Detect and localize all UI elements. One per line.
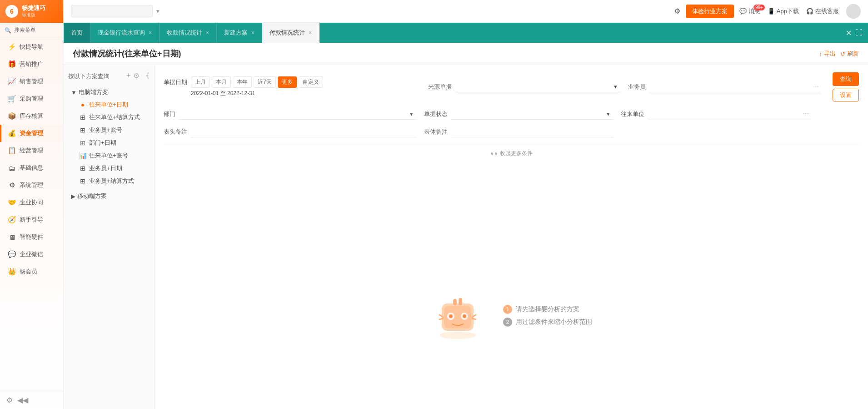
table-body-note-input[interactable] [451, 126, 614, 137]
chevron-down-icon: ▼ [71, 89, 77, 96]
sidebar-item-basic[interactable]: 🗂 基础信息 [0, 159, 63, 177]
collapse-sidebar-btn[interactable]: ◀◀ [17, 396, 28, 404]
tabbar-spacer [319, 23, 840, 43]
app-logo-text: 畅捷通巧 标准版 [22, 5, 45, 18]
staff-label: 业务员 [628, 83, 646, 91]
tab-payment-stat-close[interactable]: × [309, 30, 312, 36]
tab-payment-stat[interactable]: 付款情况统计 × [262, 23, 319, 43]
sidebar-item-wechat[interactable]: 💬 企业微信 [0, 246, 63, 263]
sidebar-item-guide[interactable]: 🧭 新手引导 [0, 211, 63, 228]
tab-bank-close[interactable]: × [149, 30, 152, 36]
online-service-btn[interactable]: 🎧 在线客服 [806, 7, 839, 15]
collapse-filters-btn[interactable]: ∧∧ 收起更多条件 [484, 147, 538, 160]
user-avatar[interactable] [846, 4, 861, 19]
table-body-note-label: 表体备注 [424, 128, 448, 136]
date-btn-this-month[interactable]: 本月 [212, 76, 231, 88]
app-download-btn[interactable]: 📱 App下载 [768, 7, 799, 15]
sidebar-item-fund[interactable]: 💰 资金管理 [0, 125, 63, 142]
table-header-note-input[interactable] [191, 126, 417, 137]
page-actions: ↑ 导出 ↺ 刷新 [819, 50, 859, 58]
tabbar-controls: ✕ ⛶ [840, 23, 868, 43]
svg-point-1 [439, 332, 476, 339]
source-select[interactable]: ▾ [455, 81, 621, 92]
sidebar-item-marketing[interactable]: 🎁 营销推广 [0, 56, 63, 73]
collab-icon: 🤝 [8, 198, 16, 207]
sidebar-item-fund-label: 资金管理 [20, 129, 43, 137]
scheme-item-staff-date[interactable]: ⊞ 业务员+日期 [75, 162, 150, 175]
address-bar[interactable] [71, 5, 153, 17]
fund-icon: 💰 [8, 129, 16, 137]
date-quick-btns: 上月 本月 本年 近7天 更多 自定义 [191, 76, 323, 88]
maximize-btn[interactable]: ⛶ [855, 29, 863, 37]
svg-point-7 [463, 314, 466, 318]
source-label: 来源单据 [428, 83, 452, 91]
sidebar-item-inventory[interactable]: 📦 库存核算 [0, 107, 63, 125]
refresh-btn[interactable]: ↺ 刷新 [840, 50, 859, 58]
tab-receipts-close[interactable]: × [206, 30, 209, 36]
date-btn-last-month[interactable]: 上月 [191, 76, 210, 88]
scheme-item-unit-account[interactable]: 📊 往来单位+账号 [75, 149, 150, 162]
scheme-item-unit-settle[interactable]: ⊞ 往来单位+结算方式 [75, 111, 150, 124]
settings-btn[interactable]: 设置 [833, 89, 859, 101]
sidebar-item-purchase[interactable]: 🛒 采购管理 [0, 90, 63, 107]
sidebar-item-sales[interactable]: 📈 销售管理 [0, 73, 63, 90]
empty-illustration [430, 290, 485, 346]
sidebar-item-membership[interactable]: 👑 畅会员 [0, 263, 63, 280]
notifications-btn[interactable]: 💬 消息 99+ [739, 7, 760, 15]
tab-home[interactable]: 首页 [64, 23, 90, 43]
sidebar-item-collab[interactable]: 🤝 企业协同 [0, 194, 63, 211]
scheme-item-label-staff-date: 业务员+日期 [89, 164, 122, 172]
purchase-icon: 🛒 [8, 95, 16, 103]
sidebar-item-system[interactable]: ⚙ 系统管理 [0, 177, 63, 194]
scheme-item-staff-settle[interactable]: ⊞ 业务员+结算方式 [75, 175, 150, 187]
tab-new-plan-close[interactable]: × [251, 30, 254, 36]
scheme-group-mobile-title[interactable]: ▶ 移动端方案 [68, 190, 150, 202]
scheme-item-dept-date[interactable]: ⊞ 部门+日期 [75, 136, 150, 149]
date-field-label: 单据日期 [164, 78, 187, 86]
sidebar-nav: ⚡ 快捷导航 🎁 营销推广 📈 销售管理 🛒 采购管理 📦 库存核算 💰 资金管… [0, 38, 63, 391]
page-title: 付款情况统计(往来单位+日期) [73, 48, 181, 59]
app-edition: 标准版 [22, 12, 45, 18]
dept-label: 部门 [164, 110, 175, 118]
hint-num-1: 1 [503, 305, 512, 314]
svg-rect-9 [459, 298, 462, 305]
scheme-item-staff-account[interactable]: ⊞ 业务员+账号 [75, 124, 150, 136]
tab-receipts[interactable]: 收款情况统计 × [160, 23, 217, 43]
empty-content: 1 请先选择要分析的方案 2 用过滤条件来缩小分析范围 [430, 290, 592, 346]
close-all-tabs-btn[interactable]: ✕ [846, 29, 852, 37]
trial-industry-btn[interactable]: 体验行业方案 [686, 5, 734, 18]
scheme-settings-btn[interactable]: ⚙ [133, 71, 140, 81]
scheme-item-unit-date[interactable]: ● 往来单位+日期 [75, 98, 150, 111]
scheme-add-btn[interactable]: + [126, 71, 130, 81]
scheme-panel-header: 按以下方案查询 + ⚙ 《 [68, 70, 150, 83]
date-btn-7days[interactable]: 近7天 [254, 76, 276, 88]
search-menu-item[interactable]: 🔍 搜索菜单 [0, 23, 63, 38]
scheme-group-mobile-label: 移动端方案 [77, 192, 107, 200]
tab-new-plan[interactable]: 新建方案 × [217, 23, 262, 43]
dept-select[interactable]: ▾ [179, 109, 417, 120]
unit-more-btn[interactable]: ··· [801, 110, 811, 118]
empty-hints: 1 请先选择要分析的方案 2 用过滤条件来缩小分析范围 [503, 305, 592, 330]
export-btn[interactable]: ↑ 导出 [819, 50, 836, 58]
sidebar-item-hardware[interactable]: 🖥 智能硬件 [0, 228, 63, 246]
date-btn-this-year[interactable]: 本年 [233, 76, 252, 88]
scheme-group-desktop-title[interactable]: ▼ 电脑端方案 [68, 86, 150, 98]
tabbar: 首页 现金银行流水查询 × 收款情况统计 × 新建方案 × 付款情况统计 × ✕… [64, 23, 868, 43]
date-btn-custom[interactable]: 自定义 [299, 76, 323, 88]
query-btn[interactable]: 查询 [833, 72, 859, 86]
settings-footer-btn[interactable]: ⚙ [6, 396, 13, 404]
sales-icon: 📈 [8, 77, 16, 86]
tab-bank[interactable]: 现金银行流水查询 × [90, 23, 160, 43]
sidebar-item-ops[interactable]: 📋 经营管理 [0, 142, 63, 159]
settings-gear-icon[interactable]: ⚙ [674, 7, 680, 15]
scheme-item-icon-3: ⊞ [79, 139, 86, 146]
scheme-collapse-btn[interactable]: 《 [142, 71, 150, 81]
sidebar-item-quick-nav[interactable]: ⚡ 快捷导航 [0, 38, 63, 56]
source-field: 来源单据 ▾ [428, 81, 621, 92]
sidebar-item-membership-label: 畅会员 [20, 268, 37, 276]
staff-more-btn[interactable]: ··· [811, 83, 821, 91]
address-dropdown-btn[interactable]: ▾ [156, 8, 160, 15]
tab-bank-label: 现金银行流水查询 [98, 29, 145, 37]
date-btn-more[interactable]: 更多 [278, 76, 297, 88]
doc-status-select[interactable]: ▾ [451, 109, 614, 120]
